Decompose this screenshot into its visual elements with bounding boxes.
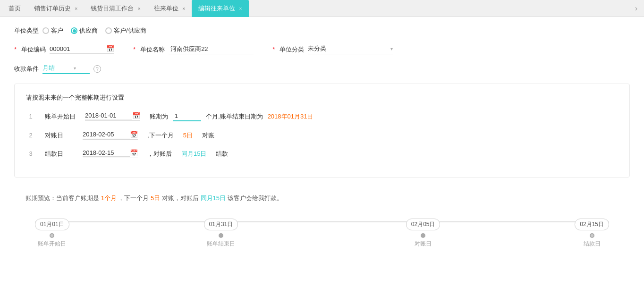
- radio-supplier[interactable]: 供应商: [71, 26, 98, 35]
- period-date-1-input[interactable]: [85, 112, 132, 119]
- app-container: 首页 销售订单历史 × 钱货日清工作台 × 往来单位 × 编辑往来单位 × › …: [0, 0, 644, 287]
- tab-sales-order-history-close-icon[interactable]: ×: [75, 6, 77, 11]
- preview-mid1: ，下一个月: [118, 194, 149, 202]
- period-box: 请按照未来的一个完整帐期进行设置 1 账单开始日 📅 账期为 个月,账单结束日期…: [14, 84, 630, 177]
- timeline-badge-2: 01月31日: [204, 219, 238, 230]
- unit-category-label: 单位分类: [280, 45, 304, 54]
- timeline-dot-2: [219, 233, 223, 238]
- period-pre-label-1: 账期为: [150, 112, 168, 121]
- period-label-3: 结款日: [45, 150, 73, 158]
- period-desc-3-highlight: 同月15日: [181, 150, 206, 158]
- timeline-dot-3: [421, 233, 425, 238]
- timeline-line: [35, 221, 609, 222]
- unit-code-required: *: [14, 46, 17, 53]
- period-post-label-1: 个月,账单结束日期为: [206, 112, 263, 121]
- tab-cashbook-workbench-close-icon[interactable]: ×: [137, 6, 140, 11]
- timeline-sublabel-3: 对账日: [415, 240, 432, 248]
- radio-customer-label: 客户: [51, 26, 63, 35]
- radio-customer-circle: [42, 27, 49, 34]
- period-input-row-1: 账期为 个月,账单结束日期为 2018年01月31日: [150, 111, 313, 121]
- unit-type-row: 单位类型 客户 供应商 客户/供应商: [14, 26, 630, 35]
- radio-group: 客户 供应商 客户/供应商: [42, 26, 146, 35]
- unit-code-input[interactable]: [50, 45, 106, 52]
- unit-category-group: * 单位分类 未分类 ▾: [272, 44, 393, 54]
- tab-edit-partner-unit[interactable]: 编辑往来单位 ×: [192, 0, 248, 17]
- unit-code-label: 单位编码: [21, 45, 46, 54]
- payment-terms-select[interactable]: 月结 ▾: [42, 64, 90, 74]
- tab-cashbook-workbench-label: 钱货日清工作台: [91, 4, 134, 13]
- period-months-input[interactable]: [173, 111, 201, 121]
- tab-bar: 首页 销售订单历史 × 钱货日清工作台 × 往来单位 × 编辑往来单位 × ›: [0, 0, 644, 17]
- tab-edit-partner-unit-label: 编辑往来单位: [198, 4, 235, 13]
- preview-end: 该客户会给我打款。: [228, 194, 283, 202]
- timeline-dot-4: [590, 233, 594, 238]
- payment-terms-chevron-icon: ▾: [74, 66, 76, 71]
- tab-home[interactable]: 首页: [2, 0, 27, 17]
- timeline-point-1: 01月01日 账单开始日: [35, 219, 69, 248]
- tab-partner-units[interactable]: 往来单位 ×: [147, 0, 192, 17]
- timeline-point-4: 02月15日 结款日: [575, 219, 609, 248]
- period-date-3-wrapper: 📅: [83, 149, 138, 158]
- timeline-badge-4: 02月15日: [575, 219, 609, 230]
- unit-code-icon[interactable]: 📅: [106, 45, 114, 52]
- unit-category-chevron-icon: ▾: [390, 46, 393, 51]
- unit-category-value: 未分类: [308, 44, 389, 53]
- unit-code-group: * 单位编码 📅: [14, 45, 114, 54]
- unit-name-input[interactable]: [169, 45, 254, 54]
- payment-terms-group: 收款条件 月结 ▾ ?: [14, 64, 101, 74]
- period-desc-2-post: 对账: [202, 131, 214, 140]
- period-date-2-calendar-icon[interactable]: 📅: [130, 131, 138, 138]
- tab-partner-units-close-icon[interactable]: ×: [182, 6, 185, 11]
- unit-info-row: * 单位编码 📅 * 单位名称 * 单位分类 未分类 ▾: [14, 44, 630, 54]
- period-date-3-input[interactable]: [83, 149, 130, 157]
- timeline-sublabel-2: 账单结束日: [207, 240, 235, 248]
- tab-home-label: 首页: [8, 4, 21, 13]
- period-date-1-wrapper: 📅: [85, 112, 140, 121]
- tab-partner-units-label: 往来单位: [154, 4, 178, 13]
- period-row-3: 3 结款日 📅 ，对账后 同月15日 结款: [26, 149, 618, 158]
- period-date-1-calendar-icon[interactable]: 📅: [132, 112, 140, 119]
- unit-name-label: 单位名称: [140, 45, 165, 54]
- period-date-3-calendar-icon[interactable]: 📅: [130, 149, 138, 157]
- timeline: 01月01日 账单开始日 01月31日 账单结束日 02: [25, 215, 619, 252]
- radio-customer-supplier-circle: [105, 27, 112, 34]
- tab-expand-button[interactable]: ›: [630, 4, 642, 13]
- timeline-sublabel-4: 结款日: [584, 240, 601, 248]
- radio-customer-supplier[interactable]: 客户/供应商: [105, 26, 146, 35]
- unit-name-required: *: [133, 46, 136, 53]
- timeline-sublabel-1: 账单开始日: [38, 240, 66, 248]
- radio-supplier-circle: [71, 27, 77, 34]
- unit-category-select[interactable]: 未分类 ▾: [308, 44, 393, 54]
- period-date-2-input[interactable]: [83, 131, 130, 138]
- period-label-1: 账单开始日: [45, 112, 76, 121]
- radio-supplier-label: 供应商: [79, 26, 98, 35]
- period-desc-3-post: 结款: [216, 150, 228, 158]
- timeline-dot-1: [50, 233, 54, 238]
- period-num-3: 3: [26, 150, 35, 157]
- main-content: 单位类型 客户 供应商 客户/供应商: [0, 17, 644, 287]
- preview-mid2: 对账，对账后: [162, 194, 199, 202]
- period-end-date-1: 2018年01月31日: [268, 112, 314, 121]
- tab-cashbook-workbench[interactable]: 钱货日清工作台 ×: [84, 0, 147, 17]
- period-num-1: 1: [26, 113, 35, 120]
- payment-terms-value: 月结: [42, 64, 71, 72]
- preview-text: 账期预览：当前客户账期是 1个月 ，下一个月 5日 对账，对账后 同月15日 该…: [25, 193, 619, 203]
- unit-category-required: *: [272, 46, 275, 53]
- period-date-2-wrapper: 📅: [83, 131, 138, 140]
- timeline-point-3: 02月05日 对账日: [373, 219, 474, 248]
- tab-sales-order-history[interactable]: 销售订单历史 ×: [27, 0, 84, 17]
- radio-customer[interactable]: 客户: [42, 26, 63, 35]
- preview-pre: 账期预览：当前客户账期是: [25, 194, 99, 202]
- unit-name-group: * 单位名称: [133, 45, 254, 54]
- unit-type-group: 单位类型 客户 供应商 客户/供应商: [14, 26, 146, 35]
- period-num-2: 2: [26, 132, 35, 139]
- preview-highlight2: 5日: [151, 194, 160, 202]
- timeline-badge-1: 01月01日: [35, 219, 69, 230]
- preview-section: 账期预览：当前客户账期是 1个月 ，下一个月 5日 对账，对账后 同月15日 该…: [14, 185, 630, 259]
- timeline-point-2: 01月31日 账单结束日: [170, 219, 271, 248]
- tab-edit-partner-unit-close-icon[interactable]: ×: [239, 6, 242, 11]
- period-desc-2-highlight: 5日: [183, 131, 193, 140]
- radio-customer-supplier-label: 客户/供应商: [114, 26, 146, 35]
- payment-terms-help-icon[interactable]: ?: [93, 65, 101, 73]
- period-desc-2-pre: ,下一个月: [147, 131, 174, 140]
